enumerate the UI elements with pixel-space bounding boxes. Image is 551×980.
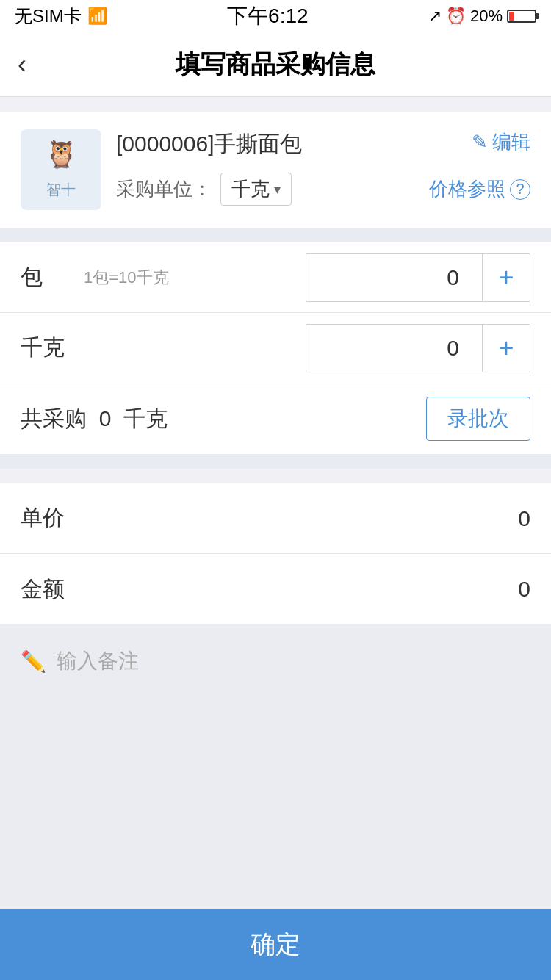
status-bar: 无SIM卡 📶 下午6:12 ↗ ⏰ 20% xyxy=(0,0,551,32)
amount-label: 金额 xyxy=(21,574,65,605)
section-divider-1 xyxy=(0,228,551,242)
product-unit-row: 采购单位： 千克 ▾ 价格参照 ? xyxy=(116,173,530,206)
confirm-label: 确定 xyxy=(251,928,300,962)
bao-input[interactable] xyxy=(306,253,482,302)
wifi-icon: 📶 xyxy=(87,7,107,26)
amount-row: 金额 0 xyxy=(0,554,551,624)
status-left: 无SIM卡 📶 xyxy=(15,4,107,28)
unit-label: 采购单位： xyxy=(116,176,212,202)
nav-bar: ‹ 填写商品采购信息 xyxy=(0,32,551,97)
unit-price-value: 0 xyxy=(518,506,530,531)
edit-button[interactable]: ✎ 编辑 xyxy=(472,129,530,155)
product-info: [0000006]手撕面包 采购单位： 千克 ▾ 价格参照 ? xyxy=(116,129,530,206)
summary-label: 共采购 0 千克 xyxy=(21,404,168,434)
kg-input-row: 千克 + xyxy=(0,313,551,383)
product-name: [0000006]手撕面包 xyxy=(116,129,530,159)
price-ref-button[interactable]: 价格参照 ? xyxy=(429,176,530,202)
kg-plus-button[interactable]: + xyxy=(482,324,530,372)
chevron-down-icon: ▾ xyxy=(274,181,281,198)
note-section[interactable]: ✏️ 输入备注 xyxy=(0,624,551,698)
bao-plus-button[interactable]: + xyxy=(482,253,530,302)
product-card: 🦉智十 [0000006]手撕面包 采购单位： 千克 ▾ 价格参照 ? ✎ 编辑 xyxy=(0,112,551,228)
bao-label: 包 xyxy=(21,262,79,292)
section-divider-2 xyxy=(0,454,551,469)
batch-button[interactable]: 录批次 xyxy=(426,397,530,441)
price-section: 单价 0 金额 0 xyxy=(0,483,551,624)
time-display: 下午6:12 xyxy=(227,2,309,30)
summary-row: 共采购 0 千克 录批次 xyxy=(0,383,551,454)
edit-icon: ✎ xyxy=(472,131,488,154)
kg-input-right: + xyxy=(306,324,530,372)
battery-percent: 20% xyxy=(470,7,503,26)
battery-icon xyxy=(507,10,536,23)
gps-icon: ↗ xyxy=(428,7,442,26)
kg-input[interactable] xyxy=(306,324,482,372)
unit-price-label: 单价 xyxy=(21,503,65,533)
help-icon: ? xyxy=(510,179,530,200)
page-title: 填写商品采购信息 xyxy=(176,48,375,82)
bao-input-right: + xyxy=(306,253,530,302)
product-logo: 🦉智十 xyxy=(45,138,78,201)
bao-sublabel: 1包=10千克 xyxy=(84,267,169,289)
amount-value: 0 xyxy=(518,577,530,602)
bao-input-row: 包 1包=10千克 + xyxy=(0,242,551,313)
quantity-input-section: 包 1包=10千克 + 千克 + xyxy=(0,242,551,383)
confirm-button[interactable]: 确定 xyxy=(0,909,551,980)
kg-label: 千克 xyxy=(21,333,79,363)
unit-select[interactable]: 千克 ▾ xyxy=(220,173,292,206)
back-button[interactable]: ‹ xyxy=(18,49,26,80)
status-right: ↗ ⏰ 20% xyxy=(428,7,536,26)
product-thumbnail: 🦉智十 xyxy=(21,129,101,210)
alarm-icon: ⏰ xyxy=(446,7,466,26)
unit-price-row: 单价 0 xyxy=(0,483,551,554)
pencil-icon: ✏️ xyxy=(21,649,46,674)
note-placeholder: 输入备注 xyxy=(57,647,139,675)
carrier-text: 无SIM卡 xyxy=(15,4,82,28)
